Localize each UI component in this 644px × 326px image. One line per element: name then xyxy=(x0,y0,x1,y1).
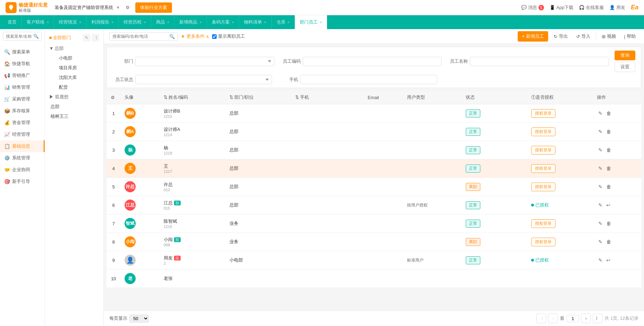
nav-tab-bom[interactable]: 物料清单 × xyxy=(239,15,271,29)
delete-btn[interactable]: 🗑 xyxy=(605,110,613,117)
reset-btn[interactable]: 设置 xyxy=(615,62,635,72)
edit-btn[interactable]: ✎ xyxy=(597,238,604,245)
edit-btn[interactable]: ✎ xyxy=(597,257,604,264)
delete-btn[interactable]: 🗑 xyxy=(605,128,613,135)
sidebar-item-search[interactable]: 🔍搜索菜单 xyxy=(0,46,45,58)
edit-btn[interactable]: ✎ xyxy=(597,110,604,117)
auth-login-btn[interactable]: 授权登录 xyxy=(531,183,555,191)
sidebar-item-stock[interactable]: 📦库存核算 xyxy=(0,105,45,117)
phone-input[interactable] xyxy=(300,75,437,84)
delete-btn[interactable]: 🗑 xyxy=(605,183,613,190)
sidebar-item-operations[interactable]: 📈经营管理 xyxy=(0,129,45,140)
header-gear-btn[interactable]: ⚙ xyxy=(123,3,133,12)
dept-select[interactable] xyxy=(135,57,274,66)
row-no: 10 xyxy=(107,270,120,288)
nav-tab-new-goods[interactable]: 新增商品 × xyxy=(174,15,207,29)
add-employee-btn[interactable]: + 新增员工 xyxy=(518,31,548,42)
row-dept: 总部 xyxy=(225,178,291,196)
edit-btn[interactable]: ✎ xyxy=(597,165,604,172)
auth-login-btn[interactable]: 授权登录 xyxy=(531,146,555,155)
online-service-btn[interactable]: 🎧 在线客服 xyxy=(579,5,604,11)
tree-item-zongbu[interactable]: 总部 xyxy=(45,102,103,112)
delete-btn[interactable]: ↩ xyxy=(605,202,612,209)
sidebar-item-collab[interactable]: 🤝企业协同 xyxy=(0,164,45,176)
per-page-select[interactable]: 50 100 xyxy=(129,315,149,323)
nav-tab-operation[interactable]: 经营情况 × xyxy=(54,15,86,29)
employee-search-input[interactable] xyxy=(112,34,168,39)
col-settings: ⚙ xyxy=(107,91,120,104)
col-name[interactable]: ⇅ 姓名/编码 xyxy=(160,91,225,104)
auth-login-btn[interactable]: 授权登录 xyxy=(531,164,555,173)
tree-item-zhishu[interactable]: 植树王三 xyxy=(45,112,103,121)
more-conditions-btn[interactable]: ▼ 更多条件 ∧ xyxy=(181,33,209,39)
brand-logo: 畅捷通好生意 标准版 xyxy=(6,2,48,14)
tree-collapse-icon[interactable]: 《 xyxy=(92,34,99,42)
try-industry-btn[interactable]: 体验行业方案 xyxy=(135,2,172,13)
auth-login-btn[interactable]: 授权登录 xyxy=(531,127,555,136)
employee-name-input[interactable] xyxy=(470,57,609,66)
sidebar-item-system[interactable]: ⚙️系统管理 xyxy=(0,152,45,164)
auth-login-btn[interactable]: 授权登录 xyxy=(531,238,555,246)
nav-tab-home[interactable]: 首页 xyxy=(3,15,22,29)
nav-tab-goods[interactable]: 商品 × xyxy=(151,15,174,29)
sidebar-item-sales[interactable]: 📊销售管理 xyxy=(0,81,45,93)
nav-tab-history[interactable]: 经营历程 × xyxy=(119,15,151,29)
edit-btn[interactable]: ✎ xyxy=(597,147,604,153)
row-auth xyxy=(527,270,592,288)
nav-tab-barcode[interactable]: 条码方案 × xyxy=(207,15,239,29)
nav-tab-customer[interactable]: 客户联络 × xyxy=(22,15,54,29)
show-resigned-checkbox[interactable]: 显示离职员工 xyxy=(212,33,245,39)
edit-btn[interactable]: ✎ xyxy=(597,202,604,209)
tree-item-xiaodibu[interactable]: 小电部 xyxy=(53,53,103,63)
col-phone[interactable]: ⇅ 手机 xyxy=(291,91,364,104)
status-select[interactable] xyxy=(135,75,272,84)
show-resigned-input[interactable] xyxy=(212,34,217,39)
edit-btn[interactable]: ✎ xyxy=(597,220,604,227)
employee-code-input[interactable] xyxy=(303,57,442,66)
messages-btn[interactable]: 💬 消息 5 xyxy=(521,5,544,11)
edit-btn[interactable]: ✎ xyxy=(597,128,604,135)
tree-group-shuanglu[interactable]: ▶ 双鹿想 xyxy=(45,92,103,102)
import-btn[interactable]: ↺ 导入 xyxy=(573,32,593,41)
sidebar-item-basic-info[interactable]: 📋基础信息 xyxy=(0,140,45,152)
delete-btn[interactable]: 🗑 xyxy=(605,165,613,172)
tree-item-shenyang[interactable]: 沈阳大库 xyxy=(53,73,103,82)
sidebar-item-guide[interactable]: 🎯新手引导 xyxy=(0,176,45,187)
auth-login-btn[interactable]: 授权登录 xyxy=(531,219,555,228)
delete-btn[interactable]: 🗑 xyxy=(605,220,613,227)
sidebar-item-shortcuts[interactable]: 🏠快捷导航 xyxy=(0,58,45,70)
nav-tab-warehouse[interactable]: 仓库 × xyxy=(272,15,295,29)
delete-btn[interactable]: ↩ xyxy=(605,257,612,264)
tree-edit-icon[interactable]: ✎ xyxy=(83,34,90,42)
sidebar-search-input[interactable] xyxy=(6,34,32,39)
help-btn[interactable]: | 帮助 xyxy=(622,32,638,41)
user-avatar-btn[interactable]: 👤 用友 xyxy=(609,5,625,11)
auth-login-btn[interactable]: 授权登录 xyxy=(531,109,555,118)
page-number-input[interactable] xyxy=(566,315,579,322)
views-btn[interactable]: ⊞ 视频 xyxy=(599,32,619,41)
delete-btn[interactable]: 🗑 xyxy=(605,238,613,245)
settings-icon[interactable]: ⚙ xyxy=(111,95,115,100)
query-btn[interactable]: 查询 xyxy=(615,51,635,60)
sidebar-item-marketing[interactable]: 📢营销推广 xyxy=(0,70,45,81)
sidebar-item-purchase[interactable]: 🛒采购管理 xyxy=(0,93,45,105)
filter-row-2: 员工状态 手机 xyxy=(112,75,635,84)
edit-btn[interactable]: ✎ xyxy=(597,183,604,190)
app-download-btn[interactable]: 📱 App下载 xyxy=(550,5,573,11)
tree-item-xiangmu[interactable]: 项目库房 xyxy=(53,63,103,73)
delete-btn[interactable]: 🗑 xyxy=(605,147,613,153)
prev-page-btn[interactable]: ‹ xyxy=(548,314,558,323)
sidebar-search-box[interactable]: 🔍 xyxy=(3,32,42,41)
header-dropdown-arrow[interactable]: ▼ xyxy=(116,5,120,10)
nav-tab-employee[interactable]: 部门员工 × xyxy=(295,15,327,29)
tree-group-zongbu[interactable]: ▼ 总部 xyxy=(45,44,103,53)
tree-item-peihuo[interactable]: 配货 xyxy=(53,82,103,92)
employee-search-box[interactable]: 🔍 xyxy=(109,32,178,41)
export-btn[interactable]: ↻ 导出 xyxy=(551,32,571,41)
first-page-btn[interactable]: 《 xyxy=(536,314,546,323)
col-dept[interactable]: ⇅ 部门/职位 xyxy=(225,91,291,104)
nav-tab-profit[interactable]: 利润报告 × xyxy=(87,15,119,29)
last-page-btn[interactable]: 》 xyxy=(593,314,602,323)
next-page-btn[interactable]: › xyxy=(581,314,591,323)
sidebar-item-finance[interactable]: 💰资金管理 xyxy=(0,117,45,129)
